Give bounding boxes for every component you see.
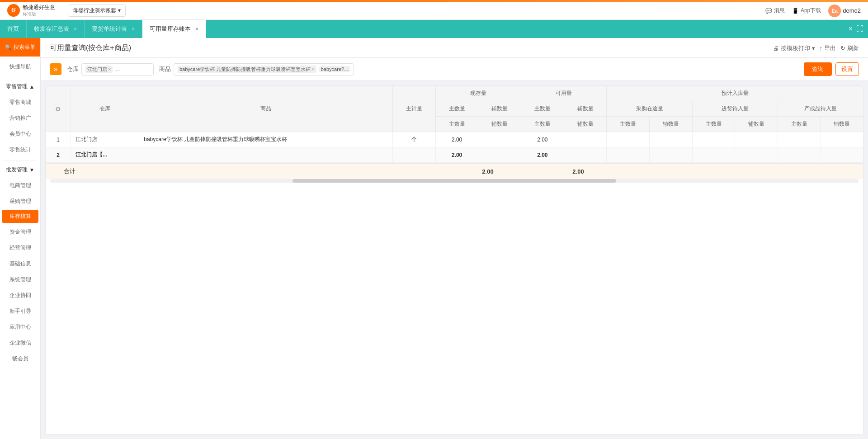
message-action[interactable]: 💬 消息 <box>765 7 785 14</box>
td-pur-tr-aux <box>650 132 693 147</box>
avatar-text: Ea <box>832 8 838 14</box>
sidebar-item-marketing[interactable]: 营销推广 <box>2 111 38 126</box>
tab-close-icon[interactable]: × <box>74 26 77 32</box>
product-filter-label: 商品 <box>159 65 171 73</box>
close-all-tabs-button[interactable]: × <box>849 25 853 33</box>
td-current-main: 2.00 <box>435 147 478 163</box>
query-button[interactable]: 查询 <box>804 62 832 76</box>
printer-icon: 🖨 <box>773 45 779 52</box>
warehouse-filter-label: 仓库 <box>67 65 79 73</box>
warehouse-ellipsis[interactable]: ... <box>115 66 120 72</box>
sidebar-nav: 快捷导航 零售管理 ▲ 零售商城 营销推广 会员中心 零售统计 批发管理 ▼ <box>0 57 40 369</box>
warehouse-tag-close-icon[interactable]: × <box>108 66 111 72</box>
warehouse-filter-group: 仓库 江北门店 × ... <box>67 63 154 76</box>
sidebar-item-ecommerce-mgmt[interactable]: 电商管理 <box>2 178 38 193</box>
sidebar-item-retail-mall[interactable]: 零售商城 <box>2 95 38 110</box>
th-pur-tr-main: 主数量 <box>607 117 650 132</box>
th-pur-pe-aux: 辅数量 <box>735 117 778 132</box>
warehouse-filter-input[interactable]: 江北门店 × ... <box>81 63 154 76</box>
tab-close-icon[interactable]: × <box>195 26 198 32</box>
sidebar-item-system-mgmt[interactable]: 系统管理 <box>2 272 38 287</box>
sidebar-item-label: 企业微信 <box>9 340 31 346</box>
sidebar-item-label: 采购管理 <box>9 198 31 204</box>
search-menu-label: 搜索菜单 <box>14 43 35 51</box>
sidebar-item-label: 基础信息 <box>9 260 31 267</box>
sidebar-item-label: 系统管理 <box>9 276 31 283</box>
footer-avail-main: 2.00 <box>551 168 605 175</box>
fullscreen-button[interactable]: ⛶ <box>856 25 863 33</box>
sidebar-item-purchase-mgmt[interactable]: 采购管理 <box>2 194 38 209</box>
sidebar-item-member-center[interactable]: 会员中心 <box>2 127 38 142</box>
content-area: 可用量查询(按仓库+商品) 🖨 按模板打印 ▾ ↑ 导出 ↻ 刷新 <box>41 38 868 439</box>
expand-icon: ▼ <box>29 167 35 173</box>
th-cur-main: 主数量 <box>435 117 478 132</box>
export-icon: ↑ <box>820 45 823 52</box>
tab-order-stats[interactable]: 要货单统计表 × <box>85 20 142 38</box>
sidebar-item-basic-info[interactable]: 基础信息 <box>2 256 38 271</box>
search-menu-button[interactable]: 🔍 搜索菜单 <box>2 42 38 53</box>
logo-title: 畅捷通好生意 <box>23 4 55 10</box>
sidebar-item-app-center[interactable]: 应用中心 <box>2 320 38 335</box>
table-header-row-1: ⚙ 仓库 商品 主计量 现存量 可用量 预计入库量 <box>46 86 863 101</box>
top-bar-right: 💬 消息 📱 App下载 Ea demo2 <box>765 5 861 17</box>
warehouse-tag-text: 江北门店 <box>87 66 107 73</box>
chevron-down-icon: ▾ <box>118 7 121 14</box>
horizontal-scrollbar[interactable] <box>50 179 859 183</box>
tab-home[interactable]: 首页 <box>0 20 27 38</box>
td-unit: 个 <box>393 132 436 147</box>
th-settings[interactable]: ⚙ <box>46 86 71 132</box>
sidebar-item-label: 经营管理 <box>9 245 31 251</box>
sidebar-item-label: 资金管理 <box>9 229 31 235</box>
th-current-main-qty: 主数量 <box>435 101 478 117</box>
sidebar-item-inventory-check[interactable]: 库存核算 <box>2 210 38 223</box>
sidebar-item-new-guide[interactable]: 新手引导 <box>2 304 38 319</box>
tab-receive-summary[interactable]: 收发存汇总表 × <box>27 20 85 38</box>
filter-toggle-button[interactable]: » <box>50 63 61 75</box>
export-button[interactable]: ↑ 导出 <box>820 44 836 52</box>
product-filter-group: 商品 babycare学饮杯 儿童防摔防撞吸管杯重力球吸嘴杯宝宝水杯 × bab… <box>159 63 354 76</box>
sidebar-item-wholesale-mgmt[interactable]: 批发管理 ▼ <box>2 163 38 176</box>
td-index: 2 <box>46 147 71 163</box>
td-current-aux <box>478 132 521 147</box>
product-filter-input[interactable]: babycare学饮杯 儿童防摔防撞吸管杯重力球吸嘴杯宝宝水杯 × babyca… <box>174 63 354 76</box>
td-pur-tr-main <box>607 132 650 147</box>
tab-home-label: 首页 <box>7 25 19 33</box>
sidebar-item-vip-member[interactable]: 畅会员 <box>2 351 38 366</box>
tab-receive-summary-label: 收发存汇总表 <box>34 25 69 33</box>
user-name: demo2 <box>843 7 861 14</box>
sidebar-item-label: 营销推广 <box>9 115 31 121</box>
th-product: 商品 <box>139 86 393 132</box>
export-label: 导出 <box>824 44 836 52</box>
product-tag-1-close-icon[interactable]: × <box>311 66 314 72</box>
table-footer: 合计 2.00 2.00 <box>46 163 863 179</box>
th-expected-in: 预计入库量 <box>607 86 863 101</box>
scroll-thumb[interactable] <box>292 179 616 183</box>
sidebar-item-finance-mgmt[interactable]: 资金管理 <box>2 225 38 240</box>
sidebar-item-enterprise-wechat[interactable]: 企业微信 <box>2 335 38 350</box>
settings-button[interactable]: 设置 <box>835 62 859 76</box>
settings-icon: ⚙ <box>55 105 61 113</box>
app-download-action[interactable]: 📱 App下载 <box>792 7 821 14</box>
td-index: 1 <box>46 132 71 147</box>
filter-bar: » 仓库 江北门店 × ... 商品 babycare学饮杯 儿童防摔防撞吸管杯… <box>41 58 868 81</box>
refresh-button[interactable]: ↻ 刷新 <box>840 44 859 52</box>
template-print-button[interactable]: 🖨 按模板打印 ▾ <box>773 44 815 52</box>
sidebar-item-retail-mgmt[interactable]: 零售管理 ▲ <box>2 80 38 93</box>
industry-selector[interactable]: 母婴行业演示账套 ▾ <box>68 5 126 17</box>
tab-available-stock[interactable]: 可用量库存账本 × <box>142 20 206 38</box>
page-title-row: 可用量查询(按仓库+商品) 🖨 按模板打印 ▾ ↑ 导出 ↻ 刷新 <box>50 43 859 53</box>
th-pur-tr-aux: 辅数量 <box>650 117 693 132</box>
sidebar-search-area: 🔍 搜索菜单 <box>0 38 40 57</box>
sidebar-item-enterprise-collab[interactable]: 企业协同 <box>2 288 38 303</box>
td-pur-tr-main <box>607 147 650 163</box>
top-bar-left: 好 畅捷通好生意 标准版 母婴行业演示账套 ▾ <box>7 4 126 17</box>
sidebar-item-operations-mgmt[interactable]: 经营管理 <box>2 241 38 255</box>
page-actions: 🖨 按模板打印 ▾ ↑ 导出 ↻ 刷新 <box>773 44 859 52</box>
table-row: 1 江北门店 babycare学饮杯 儿童防摔防撞吸管杯重力球吸嘴杯宝宝水杯 个… <box>46 132 863 147</box>
tab-close-icon[interactable]: × <box>132 26 135 32</box>
sidebar-item-quick-nav[interactable]: 快捷导航 <box>2 59 38 74</box>
product-tag-2: babycare?... <box>319 66 350 72</box>
user-area[interactable]: Ea demo2 <box>828 5 861 17</box>
sidebar-item-retail-stats[interactable]: 零售统计 <box>2 142 38 157</box>
table-row-subtotal: 2 江北门店【... 2.00 2.00 <box>46 147 863 163</box>
